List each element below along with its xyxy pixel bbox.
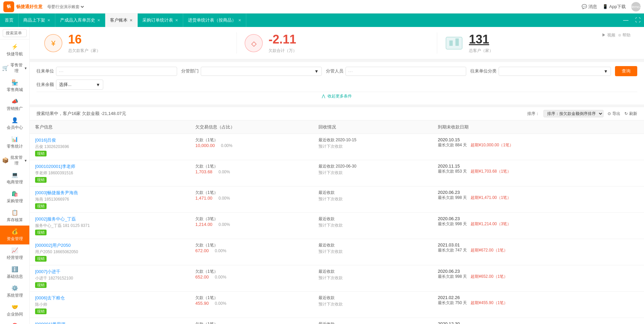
close-tab-produce[interactable]: ✕ — [97, 18, 100, 23]
tab-produce-history[interactable]: 产成品入库单历史 ✕ — [55, 13, 105, 27]
cell-debt: 欠款（3笔） 1,214.00 0.00% — [190, 213, 313, 239]
sidebar-item-marketing[interactable]: 📣 营销推广 — [0, 95, 29, 114]
tab-purchase-order[interactable]: 采购订单统计表 ✕ — [138, 13, 183, 27]
overdue-link[interactable]: 超期¥672.00（1笔） — [471, 248, 508, 253]
cell-due-date: 2021.03.01 最长欠款 747 天 超期¥672.00（1笔） — [432, 239, 644, 265]
overdue-link[interactable]: 超期¥1,214.00（3笔） — [471, 222, 511, 226]
overdue-link[interactable]: 超期¥1,471.00（1笔） — [471, 195, 511, 200]
tab-product-off[interactable]: 商品上下架 ✕ — [19, 13, 55, 27]
debt-amount: 1,471.00 — [195, 196, 213, 201]
avatar[interactable]: demo2 — [631, 2, 641, 11]
refresh-btn[interactable]: ↻ 刷新 — [624, 111, 637, 117]
customer-name-link[interactable]: [0003]畅捷服务尹海燕 — [35, 190, 78, 195]
tab-bar: 首页 商品上下架 ✕ 产成品入库单历史 ✕ 客户账本 ✕ 采购订单统计表 ✕ 进… — [0, 13, 644, 27]
input-from-unit[interactable]: ··· — [56, 67, 177, 76]
cell-debt: 欠款（1笔） 1,703.68 0.00% — [190, 160, 313, 186]
close-tab-instock[interactable]: ✕ — [238, 18, 241, 23]
maximize-btn[interactable]: ⛶ — [632, 17, 644, 23]
col-due-date: 到期未收款日期 — [432, 121, 644, 134]
collapse-btn[interactable]: ⋀ 收起更多条件 — [36, 92, 637, 100]
customer-name-link[interactable]: [0002]服务中心_丁磊 — [35, 216, 76, 222]
overdue-days: 最长欠款 998 天 — [438, 195, 467, 200]
select-unit-class[interactable]: ▼ — [499, 67, 611, 76]
tab-customer-account[interactable]: 客户账本 ✕ — [105, 13, 138, 27]
close-tab-purchase[interactable]: ✕ — [175, 18, 178, 23]
customer-name-link[interactable]: [0016]吕俊 — [35, 138, 56, 143]
results-summary: 搜索结果中，客户16家 欠款金额 -21,148.07元 — [36, 111, 126, 117]
app-download-btn[interactable]: 📱 App下载 — [603, 4, 626, 10]
customer-status-badge: 现销 — [35, 256, 47, 262]
input-person[interactable]: ··· — [345, 67, 467, 76]
overdue-link[interactable]: 超期¥652.00（1笔） — [471, 274, 508, 279]
member-icon: 👤 — [11, 117, 18, 123]
latest-payment: 最近收款 — [318, 242, 427, 248]
cell-recovery: 最近收款 预计下次收款 — [313, 292, 432, 318]
sidebar-item-capital[interactable]: 💰 资金管理 — [0, 226, 29, 244]
overdue-days: 最长欠款 998 天 — [438, 222, 467, 226]
sidebar-item-ecommerce[interactable]: 💻 电商管理 — [0, 169, 29, 188]
select-balance[interactable]: 选择... ▼ — [56, 80, 103, 90]
customer-name-link[interactable]: [0006]去下粮仓 — [35, 295, 65, 300]
select-dept[interactable]: ▼ — [201, 67, 322, 76]
sidebar-item-batch-mgmt[interactable]: 📦 批发管理 ▼ — [0, 152, 29, 169]
sidebar-item-retail-mall[interactable]: 🏪 零售商城 — [0, 77, 29, 95]
system-icon: ⚙️ — [11, 285, 18, 291]
overdue-link[interactable]: 超期¥1,703.68（1笔） — [471, 169, 511, 174]
sidebar-item-member[interactable]: 👤 会员中心 — [0, 114, 29, 133]
export-btn[interactable]: ⊙ 导出 — [608, 111, 620, 117]
sidebar-item-retail-mgmt[interactable]: 🛒 零售管理 ▼ — [0, 60, 29, 77]
results-info: 搜索结果中，客户16家 欠款金额 -21,148.07元 排序： 排序：按欠款金… — [30, 107, 644, 120]
customer-name-link[interactable]: [000002]用户2050 — [35, 243, 71, 248]
overdue-days: 最长欠款 747 天 — [438, 248, 467, 253]
sidebar-item-purchase[interactable]: 🛍️ 采购管理 — [0, 188, 29, 207]
cell-customer: [000002]用户2050 用户2050 18665062050 现销 — [30, 239, 190, 265]
stat-label-1: 总欠款客户（家） — [68, 48, 230, 54]
close-tab-product[interactable]: ✕ — [47, 18, 50, 23]
customer-name-link[interactable]: [000001]黄思源 — [35, 322, 65, 324]
due-date: 2020.06.23 — [438, 190, 639, 195]
next-payment: 预计下次收款 — [318, 275, 427, 281]
sidebar-item-enterprise[interactable]: 🤝 企业协同 — [0, 301, 29, 320]
sidebar-section: ⚡ 快捷导航 🛒 零售管理 ▼ 🏪 零售商城 📣 营销推广 👤 — [0, 39, 29, 324]
sidebar-item-basic-info[interactable]: ℹ️ 基础信息 — [0, 263, 29, 282]
tab-home[interactable]: 首页 — [0, 13, 19, 27]
customer-name-link[interactable]: [0001020001]李老师 — [35, 164, 75, 169]
overdue-days: 最长欠款 884 天 — [438, 143, 467, 147]
col-customer: 客户信息 — [30, 121, 190, 134]
sidebar-item-system[interactable]: ⚙️ 系统管理 — [0, 282, 29, 301]
sidebar-item-retail-stat[interactable]: 📊 零售统计 — [0, 133, 29, 152]
debt-pct: 0.00% — [219, 196, 230, 201]
view-video-btn[interactable]: ▶ 视频 — [602, 32, 615, 38]
filter-unit-class: 往来单位分类 ▼ — [470, 67, 611, 76]
cell-due-date: 2020.12.30 最长欠款 808 天 超期¥429.00（1笔） — [432, 318, 644, 324]
overdue-link[interactable]: 超期¥10,000.00（1笔） — [471, 143, 513, 147]
sidebar-item-newbie[interactable]: 🎯 新手引导 — [0, 320, 29, 324]
latest-payment: 最近收款 — [318, 269, 427, 274]
sidebar-item-quick-nav[interactable]: ⚡ 快捷导航 — [0, 41, 29, 60]
latest-payment: 最近收款 — [318, 190, 427, 196]
tab-instock-stat[interactable]: 进货单统计表（按商品） ✕ — [183, 13, 246, 27]
customer-phone: 陈小帅 — [35, 302, 185, 307]
overdue-link[interactable]: 超期¥455.90（1笔） — [471, 300, 508, 305]
customer-name-link[interactable]: [0007]小进千 — [35, 269, 60, 274]
customer-status-badge: 现销 — [35, 203, 47, 209]
filter-row-1: 往来单位 ··· 分管部门 ▼ 分管人员 — [36, 66, 637, 76]
industry-select[interactable]: 母婴行业演示账套 — [46, 4, 85, 9]
sort-select[interactable]: 排序：按欠款金额倒序排序 — [543, 110, 604, 117]
sidebar-item-inventory[interactable]: 📋 库存核算 — [0, 207, 29, 226]
customer-status-badge: 现销 — [35, 151, 47, 156]
minimize-btn[interactable]: — — [620, 17, 632, 23]
svg-rect-5 — [449, 40, 453, 46]
search-button[interactable]: 查询 — [615, 66, 637, 76]
due-date: 2020.06.23 — [438, 216, 639, 221]
filter-dept: 分管部门 ▼ — [181, 67, 322, 76]
cell-due-date: 2021.02.26 最长欠款 750 天 超期¥455.90（1笔） — [432, 292, 644, 318]
help-btn[interactable]: ⊙ 帮助 — [618, 32, 631, 38]
cell-customer: [000001]黄思源 黄思源 13552700226 现销 — [30, 318, 190, 324]
message-btn[interactable]: 💬 消息 — [582, 4, 597, 10]
due-date: 2021.03.01 — [438, 242, 639, 247]
search-input[interactable] — [3, 29, 27, 37]
close-tab-customer[interactable]: ✕ — [130, 18, 133, 23]
retail-mgmt-icon: 🛒 — [2, 65, 9, 71]
sidebar-item-operation[interactable]: 📈 经营管理 — [0, 244, 29, 263]
